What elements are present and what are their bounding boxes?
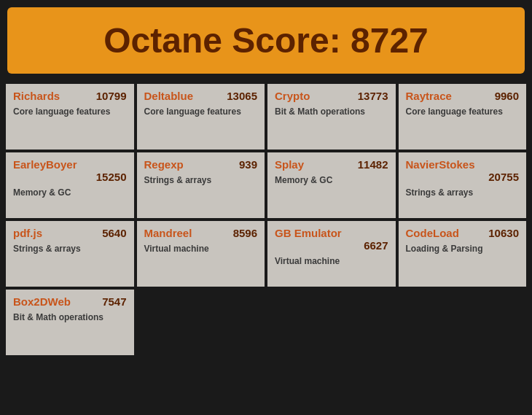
card-category-gbemulator: Virtual machine <box>275 256 388 266</box>
card-name-gbemulator: GB Emulator <box>275 227 388 239</box>
benchmark-card-regexp: Regexp 939 Strings & arrays <box>137 152 265 218</box>
card-category-splay: Memory & GC <box>275 175 388 185</box>
card-name-splay: Splay <box>275 158 304 171</box>
card-category-pdfjs: Strings & arrays <box>13 244 127 254</box>
card-category-crypto: Bit & Math operations <box>275 106 388 117</box>
card-name-regexp: Regexp <box>144 158 184 171</box>
benchmark-card-mandreel: Mandreel 8596 Virtual machine <box>137 221 265 287</box>
benchmark-card-gbemulator: GB Emulator 6627 Virtual machine <box>267 221 396 287</box>
benchmark-card-pdfjs: pdf.js 5640 Strings & arrays <box>6 221 134 287</box>
card-name-crypto: Crypto <box>275 90 310 102</box>
card-header-mandreel: Mandreel 8596 <box>144 227 258 239</box>
card-name-pdfjs: pdf.js <box>13 227 42 239</box>
score-banner: Octane Score: 8727 <box>7 7 525 74</box>
benchmark-card-raytrace: Raytrace 9960 Core language features <box>399 84 527 150</box>
card-name-mandreel: Mandreel <box>144 227 192 239</box>
card-category-raytrace: Core language features <box>406 106 520 117</box>
benchmark-card-richards: Richards 10799 Core language features <box>6 84 134 150</box>
card-category-richards: Core language features <box>13 106 127 117</box>
card-category-deltablue: Core language features <box>144 106 258 117</box>
card-header-box2dweb: Box2DWeb 7547 <box>13 295 127 308</box>
card-name-earleyboyer: EarleyBoyer <box>13 158 127 171</box>
card-score-deltablue: 13065 <box>227 90 257 102</box>
card-header-codeload: CodeLoad 10630 <box>406 227 520 239</box>
card-category-navierstokes: Strings & arrays <box>406 187 520 198</box>
card-score-mandreel: 8596 <box>233 227 257 239</box>
card-name-richards: Richards <box>13 90 60 102</box>
card-header-crypto: Crypto 13773 <box>275 90 388 102</box>
benchmark-card-box2dweb: Box2DWeb 7547 Bit & Math operations <box>6 290 134 355</box>
card-score-crypto: 13773 <box>358 90 388 102</box>
card-score-splay: 11482 <box>358 158 388 171</box>
card-name-navierstokes: NavierStokes <box>406 158 520 171</box>
card-header-regexp: Regexp 939 <box>144 158 258 171</box>
card-name-deltablue: Deltablue <box>144 90 194 102</box>
card-score-pdfjs: 5640 <box>102 227 126 239</box>
card-category-earleyboyer: Memory & GC <box>13 187 127 198</box>
card-score-codeload: 10630 <box>488 227 519 239</box>
benchmark-card-splay: Splay 11482 Memory & GC <box>267 152 396 218</box>
card-name-box2dweb: Box2DWeb <box>13 295 71 308</box>
card-header-richards: Richards 10799 <box>13 90 127 102</box>
header-section: Octane Score: 8727 <box>0 7 532 74</box>
card-score-regexp: 939 <box>239 158 257 171</box>
card-name-codeload: CodeLoad <box>406 227 459 239</box>
card-header-deltablue: Deltablue 13065 <box>144 90 258 102</box>
benchmark-card-crypto: Crypto 13773 Bit & Math operations <box>267 84 396 150</box>
card-score-earleyboyer: 15250 <box>13 171 127 183</box>
octane-score-title: Octane Score: 8727 <box>103 21 429 60</box>
card-header-pdfjs: pdf.js 5640 <box>13 227 127 239</box>
card-category-mandreel: Virtual machine <box>144 244 258 254</box>
card-score-box2dweb: 7547 <box>102 295 126 308</box>
benchmark-card-codeload: CodeLoad 10630 Loading & Parsing <box>399 221 527 287</box>
benchmark-card-navierstokes: NavierStokes 20755 Strings & arrays <box>399 152 527 218</box>
benchmark-grid: Richards 10799 Core language features De… <box>0 81 532 361</box>
card-score-gbemulator: 6627 <box>275 239 388 252</box>
card-category-box2dweb: Bit & Math operations <box>13 312 127 322</box>
benchmark-card-earleyboyer: EarleyBoyer 15250 Memory & GC <box>6 152 134 218</box>
card-score-navierstokes: 20755 <box>406 171 520 183</box>
card-category-codeload: Loading & Parsing <box>406 244 520 254</box>
benchmark-card-deltablue: Deltablue 13065 Core language features <box>137 84 265 150</box>
card-header-raytrace: Raytrace 9960 <box>406 90 520 102</box>
card-score-richards: 10799 <box>96 90 127 102</box>
card-score-raytrace: 9960 <box>495 90 519 102</box>
card-header-splay: Splay 11482 <box>275 158 388 171</box>
card-name-raytrace: Raytrace <box>406 90 452 102</box>
card-category-regexp: Strings & arrays <box>144 175 258 185</box>
